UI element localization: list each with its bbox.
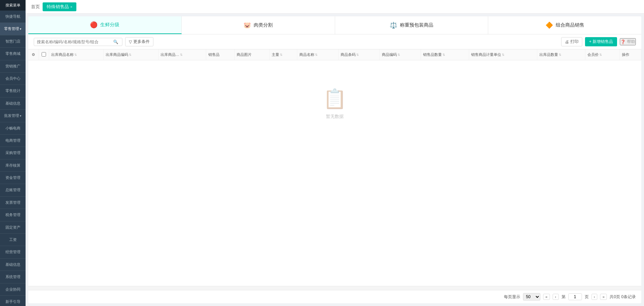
empty-text: 暂无数据 (326, 113, 344, 120)
sort-icon-main-qty: ⇅ (280, 53, 283, 57)
sidebar-item-finance[interactable]: 资金管理 (0, 172, 26, 184)
sort-icon-outbound-qty: ⇅ (559, 53, 561, 57)
page-suffix: 页 (585, 294, 589, 300)
th-product-code[interactable]: 商品编码⇅ (380, 49, 421, 60)
th-sale-qty-label: 销售品数量 (423, 52, 442, 57)
tab-fresh-grade-label: 生鲜分级 (100, 22, 119, 28)
th-sale-item: 销售品 (206, 49, 235, 60)
sidebar-item-retail-mgmt[interactable]: 零售管理 (0, 23, 26, 35)
close-tab-icon[interactable]: × (70, 5, 72, 9)
content-panel: 🔴 生鲜分级 🐷 肉类分割 ⚖️ 称重预包装商品 🔶 组合商品销售 🔍 (28, 16, 641, 303)
help-button[interactable]: ❓ 帮助 (620, 38, 636, 45)
total-label: 共0页 0条记录 (610, 294, 636, 300)
tab-meat-cut[interactable]: 🐷 肉类分割 (182, 16, 335, 34)
per-page-select[interactable]: 50 10 20 100 (523, 293, 540, 301)
th-outbound-name[interactable]: 出库商品名称⇅ (49, 49, 104, 60)
select-all-checkbox[interactable] (42, 52, 46, 57)
th-product-image: 商品图片 (235, 49, 270, 60)
th-outbound-name-label: 出库商品名称 (51, 52, 74, 57)
th-outbound-code[interactable]: 出库商品编码⇅ (104, 49, 159, 60)
tab-weighed-package[interactable]: ⚖️ 称重预包装商品 (335, 16, 489, 34)
main-area: 首页 特殊销售品 × 🔴 生鲜分级 🐷 肉类分割 ⚖️ 称重预包装商品 🔶 组合… (26, 0, 644, 306)
search-icon: 🔍 (113, 40, 118, 44)
th-checkbox[interactable] (39, 49, 49, 60)
sidebar-item-retail-mall[interactable]: 零售商城 (0, 48, 26, 60)
sidebar-item-basic-info2[interactable]: 基础信息 (0, 259, 26, 271)
topbar: 首页 特殊销售品 × (26, 0, 644, 14)
breadcrumb: 首页 (31, 4, 40, 10)
th-outbound-extra-label: 出库商品… (161, 52, 179, 57)
sidebar-logo[interactable]: 搜索菜单 (0, 0, 26, 11)
sidebar: 搜索菜单 快捷导航 零售管理 智慧门店 零售商城 营销推广 会员中心 零售统计 … (0, 0, 26, 306)
sidebar-item-salary[interactable]: 工资 (0, 234, 26, 246)
sidebar-item-operation[interactable]: 经营管理 (0, 246, 26, 258)
sort-icon-product-code: ⇅ (398, 53, 400, 57)
new-item-button[interactable]: + 新增销售品 (585, 37, 617, 46)
sidebar-item-newbie[interactable]: 新手引导 (0, 296, 26, 306)
table-header-row: ⚙ 出库商品名称⇅ 出库商品编码⇅ 出库商品…⇅ 销售品 商品图片 主量⇅ 商品… (28, 49, 641, 60)
fresh-grade-icon: 🔴 (90, 21, 98, 29)
page-input[interactable] (568, 293, 582, 300)
th-member-price-label: 会员价 (587, 52, 599, 57)
th-sale-qty[interactable]: 销售品数量⇅ (421, 49, 469, 60)
empty-illustration: 📋 (323, 88, 347, 110)
tab-fresh-grade[interactable]: 🔴 生鲜分级 (28, 16, 182, 34)
th-operations: 操作 (619, 49, 641, 60)
th-product-name[interactable]: 商品名称⇅ (297, 49, 339, 60)
tab-weighed-package-label: 称重预包装商品 (400, 22, 433, 28)
sidebar-item-basic-info[interactable]: 基础信息 (0, 97, 26, 110)
active-tab[interactable]: 特殊销售品 × (43, 2, 76, 11)
help-label: 帮助 (627, 39, 635, 45)
th-settings[interactable]: ⚙ (28, 49, 39, 60)
sidebar-item-marketing[interactable]: 营销推广 (0, 60, 26, 73)
prev-page-button[interactable]: ‹ (553, 294, 559, 300)
th-barcode[interactable]: 商品条码⇅ (339, 49, 380, 60)
help-icon: ❓ (620, 40, 626, 44)
sidebar-item-purchase[interactable]: 采购管理 (0, 147, 26, 159)
filter-button[interactable]: ▽ 更多条件 (125, 37, 153, 46)
horizontal-scrollbar[interactable] (28, 286, 641, 290)
search-input[interactable] (37, 40, 112, 44)
new-item-label: + 新增销售品 (589, 39, 613, 45)
sidebar-item-ledger[interactable]: 总账管理 (0, 184, 26, 196)
th-outbound-qty[interactable]: 出库品数量⇅ (537, 49, 585, 60)
search-wrap: 🔍 (34, 38, 122, 46)
print-icon: 🖨 (565, 40, 569, 44)
sidebar-item-inventory[interactable]: 库存核算 (0, 159, 26, 172)
th-main-qty[interactable]: 主量⇅ (270, 49, 297, 60)
sidebar-item-ecommerce-small[interactable]: 小畅电商 (0, 122, 26, 135)
sidebar-item-member[interactable]: 会员中心 (0, 73, 26, 85)
pagination: 每页显示 50 10 20 100 « ‹ 第 页 › » 共0页 0条记录 (28, 290, 641, 303)
active-tab-label: 特殊销售品 (47, 4, 69, 10)
tab-meat-cut-label: 肉类分割 (254, 22, 273, 28)
sidebar-item-ecommerce-mgmt[interactable]: 电商管理 (0, 135, 26, 147)
sidebar-item-quick-nav[interactable]: 快捷导航 (0, 11, 26, 23)
sort-icon-product-name: ⇅ (315, 53, 318, 57)
first-page-button[interactable]: « (543, 294, 550, 300)
sort-icon-sale-qty: ⇅ (443, 53, 445, 57)
th-member-price[interactable]: 会员价⇅ (585, 49, 619, 60)
filter-label: 更多条件 (133, 39, 150, 45)
th-product-name-label: 商品名称 (299, 52, 314, 57)
th-operations-label: 操作 (622, 52, 629, 57)
sidebar-item-wholesale[interactable]: 批发管理 (0, 110, 26, 122)
print-button[interactable]: 🖨 打印 (561, 37, 582, 46)
next-page-button[interactable]: › (591, 294, 598, 300)
sidebar-item-tax[interactable]: 税务管理 (0, 209, 26, 221)
sidebar-item-enterprise[interactable]: 企业协同 (0, 284, 26, 296)
sidebar-item-smart-store[interactable]: 智慧门店 (0, 35, 26, 48)
tab-combo-sale[interactable]: 🔶 组合商品销售 (488, 16, 641, 34)
sidebar-item-invoice[interactable]: 发票管理 (0, 197, 26, 209)
th-sale-item-label: 销售品 (208, 52, 220, 57)
last-page-button[interactable]: » (600, 294, 607, 300)
empty-state: 📋 暂无数据 (28, 60, 641, 147)
th-barcode-label: 商品条码 (341, 52, 356, 57)
th-outbound-qty-label: 出库品数量 (539, 52, 558, 57)
filter-icon: ▽ (129, 40, 132, 44)
th-outbound-extra[interactable]: 出库商品…⇅ (158, 49, 206, 60)
th-sale-unit[interactable]: 销售商品计量单位⇅ (469, 49, 537, 60)
sidebar-item-system[interactable]: 系统管理 (0, 271, 26, 283)
sidebar-item-fixed-assets[interactable]: 固定资产 (0, 221, 26, 234)
th-outbound-code-label: 出库商品编码 (106, 52, 128, 57)
sidebar-item-retail-stats[interactable]: 零售统计 (0, 85, 26, 97)
